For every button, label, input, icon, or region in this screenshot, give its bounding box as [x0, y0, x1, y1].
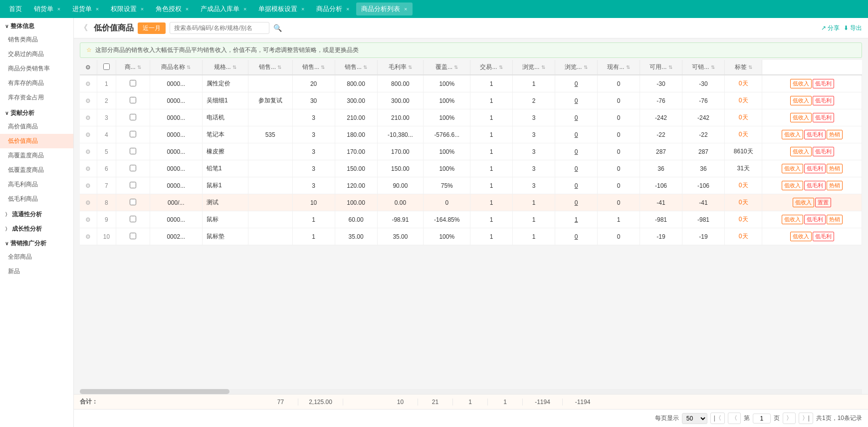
sidebar-item-stock-capital[interactable]: 库存资金占用 — [0, 90, 73, 105]
search-icon[interactable]: 🔍 — [273, 24, 282, 32]
sidebar-item-stock-products[interactable]: 有库存的商品 — [0, 76, 73, 90]
td-browse1[interactable]: 0 — [555, 160, 598, 177]
sidebar-item-sales-products[interactable]: 销售类商品 — [0, 32, 73, 47]
th-spec[interactable]: 规格... ⇅ — [202, 60, 248, 75]
td-checkbox[interactable] — [116, 143, 150, 160]
sidebar-item-all-products[interactable]: 全部商品 — [0, 250, 73, 264]
nav-sales-close[interactable]: × — [57, 6, 60, 12]
collapse-btn[interactable]: 《 — [80, 23, 88, 33]
browse-link[interactable]: 0 — [575, 97, 578, 104]
th-margin[interactable]: 毛利率 ⇅ — [377, 60, 424, 75]
th-tags[interactable]: 标签 ⇅ — [725, 60, 762, 75]
th-trade[interactable]: 交易... ⇅ — [470, 60, 513, 75]
th-stock1[interactable]: 现有... ⇅ — [598, 60, 640, 75]
td-checkbox[interactable] — [116, 211, 150, 228]
nav-purchase[interactable]: 进货单 × — [67, 2, 104, 15]
browse-link[interactable]: 0 — [575, 80, 578, 87]
browse-link[interactable]: 0 — [575, 114, 578, 121]
row-checkbox[interactable] — [130, 165, 136, 171]
sidebar-item-high-profit[interactable]: 高毛利商品 — [0, 177, 73, 192]
row-checkbox[interactable] — [130, 216, 136, 222]
browse-link[interactable]: 0 — [575, 199, 578, 206]
export-btn[interactable]: ⬇ 导出 — [844, 24, 862, 32]
td-checkbox[interactable] — [116, 194, 150, 211]
td-browse1[interactable]: 0 — [555, 75, 598, 92]
row-checkbox[interactable] — [130, 114, 136, 120]
td-checkbox[interactable] — [116, 92, 150, 109]
sidebar-item-low-coverage[interactable]: 低覆盖度商品 — [0, 163, 73, 177]
row-checkbox[interactable] — [130, 131, 136, 137]
table-wrapper[interactable]: ⚙ 商... ⇅ 商品名称 ⇅ 规格... ⇅ 销售... ⇅ 销售... ⇅ … — [80, 60, 862, 389]
td-browse1[interactable]: 0 — [555, 126, 598, 143]
nav-home[interactable]: 首页 — [4, 2, 27, 15]
row-checkbox[interactable] — [130, 182, 136, 188]
td-browse1[interactable]: 0 — [555, 92, 598, 109]
per-page-select[interactable]: 50 100 200 — [682, 413, 707, 424]
th-stock3[interactable]: 可销... ⇅ — [682, 60, 725, 75]
td-browse1[interactable]: 0 — [555, 194, 598, 211]
nav-role-close[interactable]: × — [186, 6, 189, 12]
nav-template-close[interactable]: × — [301, 6, 304, 12]
row-checkbox[interactable] — [130, 97, 136, 103]
td-browse1[interactable]: 0 — [555, 143, 598, 160]
td-checkbox[interactable] — [116, 228, 150, 245]
td-checkbox[interactable] — [116, 126, 150, 143]
browse-link[interactable]: 1 — [575, 216, 578, 223]
th-settings[interactable]: ⚙ — [80, 60, 97, 75]
share-btn[interactable]: ↗ 分享 — [821, 24, 840, 32]
row-checkbox[interactable] — [130, 199, 136, 205]
next-page-btn[interactable]: 〉 — [783, 413, 796, 424]
td-browse1[interactable]: 1 — [555, 211, 598, 228]
browse-link[interactable]: 0 — [575, 182, 578, 189]
filter-recent-month[interactable]: 近一月 — [138, 22, 166, 34]
td-checkbox[interactable] — [116, 160, 150, 177]
th-checkbox[interactable] — [97, 60, 116, 75]
row-checkbox[interactable] — [130, 80, 136, 86]
sidebar-item-category-sales[interactable]: 商品分类销售率 — [0, 61, 73, 76]
th-sales1[interactable]: 销售... ⇅ — [248, 60, 292, 75]
nav-product-in-close[interactable]: × — [243, 6, 246, 12]
sidebar-item-low-profit[interactable]: 低毛利商品 — [0, 192, 73, 206]
nav-permission[interactable]: 权限设置 × — [106, 2, 149, 15]
browse-link[interactable]: 0 — [575, 233, 578, 240]
sidebar-group-marketing[interactable]: ∨营销推广分析 — [0, 235, 73, 250]
last-page-btn[interactable]: 〉| — [799, 413, 813, 424]
td-checkbox[interactable] — [116, 177, 150, 194]
first-page-btn[interactable]: |〈 — [710, 413, 725, 424]
th-stock2[interactable]: 可用... ⇅ — [640, 60, 682, 75]
nav-product-analysis-list-close[interactable]: × — [404, 6, 407, 12]
th-sales3[interactable]: 销售... ⇅ — [335, 60, 377, 75]
browse-link[interactable]: 0 — [575, 165, 578, 172]
page-input[interactable] — [753, 414, 771, 424]
select-all-checkbox[interactable] — [103, 63, 110, 70]
sidebar-group-circulation[interactable]: 〉流通性分析 — [0, 206, 73, 221]
sidebar-item-new-products[interactable]: 新品 — [0, 264, 73, 279]
sidebar-item-low-value[interactable]: 低价值商品 — [0, 134, 73, 148]
th-code[interactable]: 商... ⇅ — [116, 60, 150, 75]
sidebar-group-contribution[interactable]: ∨贡献分析 — [0, 105, 73, 119]
nav-product-analysis[interactable]: 商品分析 × — [311, 2, 354, 15]
sidebar-group-overall[interactable]: ∨整体信息 — [0, 18, 73, 32]
row-checkbox[interactable] — [130, 233, 136, 239]
nav-role[interactable]: 角色授权 × — [151, 2, 194, 15]
sidebar-item-high-coverage[interactable]: 高覆盖度商品 — [0, 148, 73, 163]
td-browse1[interactable]: 0 — [555, 228, 598, 245]
th-browse2[interactable]: 浏览... ⇅ — [555, 60, 598, 75]
browse-link[interactable]: 0 — [575, 148, 578, 155]
sidebar-group-growth[interactable]: 〉成长性分析 — [0, 221, 73, 235]
nav-product-analysis-close[interactable]: × — [346, 6, 349, 12]
td-checkbox[interactable] — [116, 109, 150, 126]
th-name[interactable]: 商品名称 ⇅ — [150, 60, 202, 75]
nav-product-analysis-list[interactable]: 商品分析列表 × — [356, 2, 412, 15]
td-browse1[interactable]: 0 — [555, 109, 598, 126]
sidebar-item-traded-products[interactable]: 交易过的商品 — [0, 47, 73, 61]
nav-permission-close[interactable]: × — [141, 6, 144, 12]
th-sales2[interactable]: 销售... ⇅ — [292, 60, 335, 75]
sidebar-item-high-value[interactable]: 高价值商品 — [0, 119, 73, 134]
nav-product-in[interactable]: 产成品入库单 × — [196, 2, 251, 15]
nav-sales[interactable]: 销货单 × — [29, 2, 65, 15]
browse-link[interactable]: 0 — [575, 131, 578, 138]
th-browse1[interactable]: 浏览... ⇅ — [513, 60, 555, 75]
nav-purchase-close[interactable]: × — [96, 6, 99, 12]
search-input[interactable] — [170, 22, 269, 34]
